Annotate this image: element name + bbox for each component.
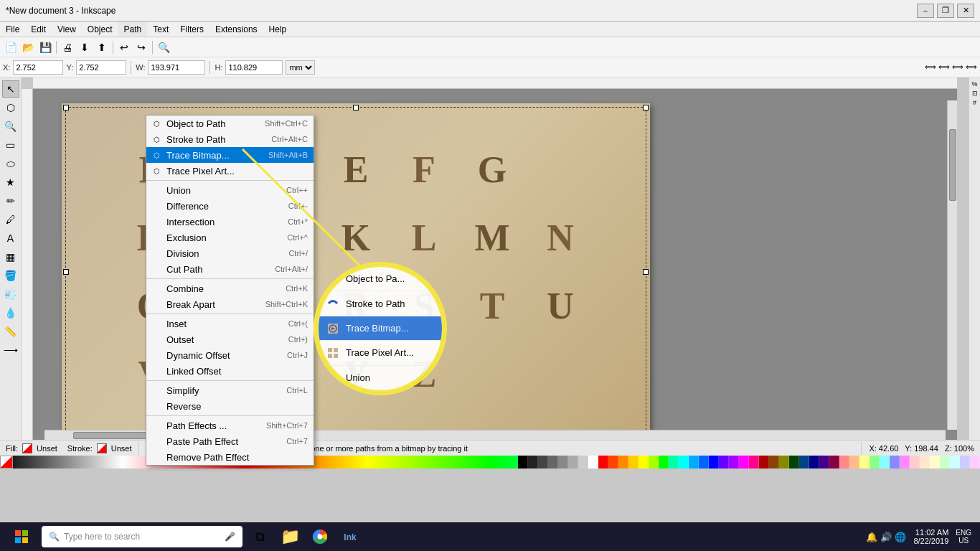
file-explorer-button[interactable]: 📁 (277, 524, 303, 550)
color-swatch[interactable] (970, 456, 980, 468)
save-button[interactable]: 💾 (37, 39, 53, 55)
color-swatch[interactable] (518, 456, 528, 468)
inkscape-taskbar-button[interactable]: Ink (337, 524, 363, 550)
color-swatch[interactable] (618, 456, 628, 468)
start-button[interactable] (6, 524, 37, 550)
menu-object-to-path[interactable]: ⬡ Object to Path Shift+Ctrl+C (146, 116, 314, 131)
menu-difference[interactable]: Difference Ctrl+- (146, 198, 314, 214)
star-tool[interactable]: ★ (2, 174, 19, 191)
color-swatch[interactable] (689, 456, 699, 468)
new-button[interactable]: 📄 (3, 39, 19, 55)
color-swatch[interactable] (799, 456, 809, 468)
open-button[interactable]: 📂 (20, 39, 36, 55)
color-swatch[interactable] (588, 456, 598, 468)
ellipse-tool[interactable]: ⬭ (2, 155, 19, 172)
stroke-swatch[interactable] (97, 443, 107, 453)
color-swatch[interactable] (880, 456, 890, 468)
menu-file[interactable]: File (0, 22, 25, 37)
menu-filters[interactable]: Filters (174, 22, 209, 37)
minimize-button[interactable]: − (917, 4, 934, 18)
handle-tr[interactable] (643, 105, 649, 110)
menu-paste-path-effect[interactable]: Paste Path Effect Ctrl+7 (146, 433, 314, 449)
color-swatch[interactable] (819, 456, 829, 468)
text-tool[interactable]: A (2, 230, 19, 247)
color-swatch[interactable] (749, 456, 759, 468)
x-input[interactable] (13, 60, 63, 75)
menu-exclusion[interactable]: Exclusion Ctrl+^ (146, 230, 314, 245)
color-swatch[interactable] (729, 456, 739, 468)
export-button[interactable]: ⬆ (94, 39, 110, 55)
task-view-button[interactable]: ⧉ (247, 524, 273, 550)
color-swatch[interactable] (739, 456, 749, 468)
color-swatch[interactable] (538, 456, 548, 468)
menu-remove-path-effect[interactable]: Remove Path Effect (146, 449, 314, 465)
snap-nodes[interactable]: ⊡ (972, 90, 978, 97)
color-swatch[interactable] (659, 456, 669, 468)
color-swatch[interactable] (558, 456, 568, 468)
gradient-tool[interactable]: ▦ (2, 248, 19, 265)
spray-tool[interactable]: 💨 (2, 286, 19, 303)
snap-toggle[interactable]: % (971, 80, 977, 88)
volume-icon[interactable]: 🔊 (880, 532, 892, 542)
handle-tl[interactable] (63, 105, 69, 110)
h-input[interactable] (225, 60, 283, 75)
color-swatch[interactable] (709, 456, 719, 468)
color-swatch[interactable] (900, 456, 910, 468)
ac-trace-pixel-art[interactable]: Trace Pixel Art... (319, 341, 442, 365)
color-swatch[interactable] (548, 456, 558, 468)
color-swatch[interactable] (769, 456, 779, 468)
pen-tool[interactable]: 🖊 (2, 211, 19, 228)
color-swatch[interactable] (649, 456, 659, 468)
select-tool[interactable]: ↖ (2, 80, 19, 98)
snap-grid[interactable]: # (973, 99, 976, 106)
measure-tool[interactable]: 📏 (2, 323, 19, 340)
w-input[interactable] (148, 60, 205, 75)
color-swatch[interactable] (930, 456, 940, 468)
menu-combine[interactable]: Combine Ctrl+K (146, 281, 314, 296)
maximize-button[interactable]: ❐ (937, 4, 954, 18)
menu-union[interactable]: Union Ctrl++ (146, 182, 314, 198)
color-swatch[interactable] (528, 456, 538, 468)
color-swatch[interactable] (598, 456, 608, 468)
menu-help[interactable]: Help (263, 22, 293, 37)
menu-text[interactable]: Text (147, 22, 174, 37)
print-button[interactable]: 🖨 (60, 39, 75, 55)
menu-break-apart[interactable]: Break Apart Shift+Ctrl+K (146, 296, 314, 312)
menu-path-effects[interactable]: Path Effects ... Shift+Ctrl+7 (146, 418, 314, 433)
color-swatch[interactable] (859, 456, 870, 468)
color-swatch[interactable] (839, 456, 849, 468)
color-swatch[interactable] (910, 456, 920, 468)
menu-inset[interactable]: Inset Ctrl+( (146, 316, 314, 331)
color-swatch[interactable] (639, 456, 649, 468)
menu-extensions[interactable]: Extensions (209, 22, 263, 37)
import-button[interactable]: ⬇ (77, 39, 93, 55)
color-swatch[interactable] (890, 456, 900, 468)
color-swatch[interactable] (719, 456, 729, 468)
menu-view[interactable]: View (52, 22, 82, 37)
color-swatch[interactable] (950, 456, 960, 468)
color-swatch[interactable] (779, 456, 789, 468)
pencil-tool[interactable]: ✏ (2, 192, 19, 209)
color-swatch[interactable] (568, 456, 578, 468)
menu-cut-path[interactable]: Cut Path Ctrl+Alt+/ (146, 261, 314, 277)
chrome-button[interactable] (307, 524, 333, 550)
menu-intersection[interactable]: Intersection Ctrl+* (146, 214, 314, 230)
color-swatch[interactable] (940, 456, 950, 468)
color-swatch[interactable] (669, 456, 679, 468)
color-swatch[interactable] (829, 456, 839, 468)
scrollbar-vertical[interactable] (947, 100, 957, 430)
menu-edit[interactable]: Edit (25, 22, 52, 37)
zoom-in-button[interactable]: 🔍 (156, 39, 171, 55)
menu-linked-offset[interactable]: Linked Offset (146, 363, 314, 379)
handle-tc[interactable] (353, 105, 359, 110)
fill-swatch[interactable] (22, 443, 32, 453)
fill-tool[interactable]: 🪣 (2, 267, 19, 284)
y-input[interactable] (76, 60, 126, 75)
ac-trace-bitmap[interactable]: Trace Bitmap... (319, 316, 442, 341)
menu-reverse[interactable]: Reverse (146, 398, 314, 414)
handle-mr[interactable] (643, 269, 649, 275)
menu-outset[interactable]: Outset Ctrl+) (146, 331, 314, 347)
taskbar-search[interactable]: 🔍 Type here to search 🎤 (42, 526, 242, 547)
menu-trace-pixel-art[interactable]: ⬡ Trace Pixel Art... (146, 163, 314, 179)
menu-object[interactable]: Object (82, 22, 118, 37)
